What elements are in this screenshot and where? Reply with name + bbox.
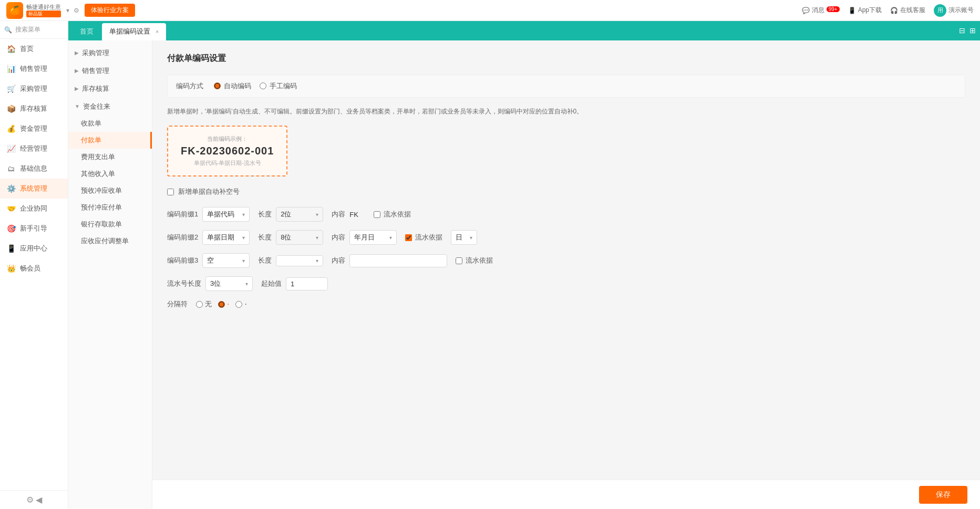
- serial2-label[interactable]: 流水依据: [415, 233, 442, 242]
- start-value-field: 起始值: [261, 277, 328, 290]
- nav-item-bank[interactable]: 银行存取款单: [68, 216, 152, 233]
- sidebar-item-inventory[interactable]: 📦 库存核算: [0, 99, 68, 119]
- manual-code-radio[interactable]: 手工编码: [260, 81, 297, 91]
- solution-button[interactable]: 体验行业方案: [85, 4, 135, 17]
- auto-fill-checkbox[interactable]: [167, 189, 174, 195]
- nav-item-other-income[interactable]: 其他收入单: [68, 165, 152, 182]
- content1-value: FK: [349, 211, 365, 219]
- content3-input[interactable]: [349, 254, 447, 267]
- nav-header-inventory[interactable]: ▶ 库存核算: [68, 80, 152, 97]
- sidebar-item-home[interactable]: 🏠 首页: [0, 39, 68, 59]
- auto-fill-label[interactable]: 新增单据自动补空号: [178, 187, 240, 196]
- sep-dot-option[interactable]: ·: [218, 299, 229, 309]
- collapse-icon[interactable]: ◀: [36, 495, 42, 505]
- prefix-row-1: 编码前缀1 单据代码 ▾ 长度 2位 ▾: [167, 207, 965, 222]
- length1-field: 长度 2位 ▾: [258, 207, 323, 222]
- prefix2-select[interactable]: 单据日期 ▾: [202, 230, 250, 245]
- tab-expand-icon[interactable]: ⊞: [969, 26, 976, 35]
- tab-close-icon[interactable]: ×: [156, 28, 159, 35]
- nav-header-sales[interactable]: ▶ 销售管理: [68, 63, 152, 79]
- auto-code-radio[interactable]: 自动编码: [214, 81, 251, 91]
- content1-field: 内容 FK: [332, 210, 365, 219]
- serial3-label[interactable]: 流水依据: [466, 256, 493, 265]
- nav-header-purchase[interactable]: ▶ 采购管理: [68, 45, 152, 61]
- prefix1-select[interactable]: 单据代码 ▾: [202, 207, 250, 222]
- sidebar-item-enterprise[interactable]: 🤝 企业协同: [0, 199, 68, 219]
- serial1-checkbox[interactable]: [374, 211, 380, 218]
- chevron-right-icon: ▶: [75, 50, 79, 56]
- separator-options: 无 · ·: [196, 299, 247, 309]
- nav-item-receipt[interactable]: 收款单: [68, 115, 152, 132]
- content2-field: 内容 年月日 ▾: [332, 230, 397, 245]
- sep-dash-option[interactable]: ·: [235, 299, 246, 309]
- search-icon: 🔍: [4, 26, 12, 34]
- serial-length-select[interactable]: 3位 ▾: [205, 276, 253, 291]
- sep-none-option[interactable]: 无: [196, 299, 212, 309]
- user-action[interactable]: 用 演示账号: [934, 4, 974, 17]
- content2-arrow-icon: ▾: [389, 235, 392, 241]
- topbar-right: 💬 消息 99+ 📱 App下载 🎧 在线客服 用 演示账号: [802, 4, 974, 17]
- preview-code: FK-20230602-001: [181, 145, 274, 157]
- start-value-input[interactable]: [286, 277, 328, 290]
- nav-item-payment[interactable]: 付款单: [68, 132, 152, 149]
- coding-method-section: 编码方式 自动编码 手工编码: [167, 75, 965, 98]
- serial2-checkbox[interactable]: [405, 234, 412, 241]
- prefix-row-3: 编码前缀3 空 ▾ 长度 ▾: [167, 253, 965, 268]
- prefix2-field: 编码前缀2 单据日期 ▾: [167, 230, 250, 245]
- nav-group-sales: ▶ 销售管理: [68, 63, 152, 79]
- main-layout: 🔍 搜索菜单 🏠 首页 📊 销售管理 🛒 采购管理 📦 库存核算 💰 资金管理 …: [0, 21, 980, 509]
- sidebar-item-operation[interactable]: 📈 经营管理: [0, 139, 68, 159]
- save-button[interactable]: 保存: [919, 486, 967, 504]
- auto-fill-row: 新增单据自动补空号: [167, 187, 965, 196]
- inner-layout: ▶ 采购管理 ▶ 销售管理 ▶ 库存核算: [68, 40, 980, 510]
- nav-item-pre-receivable[interactable]: 预收冲应收单: [68, 182, 152, 199]
- tab-home[interactable]: 首页: [73, 23, 101, 40]
- nav-group-cashflow: ▼ 资金往来 收款单 付款单 费用支出单 其他收入单: [68, 98, 152, 250]
- serial1-check: 流水依据: [374, 210, 411, 219]
- nav-header-cashflow[interactable]: ▼ 资金往来: [68, 98, 152, 115]
- message-action[interactable]: 💬 消息 99+: [802, 6, 840, 15]
- preview-label: 当前编码示例：: [207, 135, 247, 143]
- length3-select[interactable]: ▾: [276, 255, 323, 266]
- home-icon: 🏠: [6, 44, 16, 54]
- sidebar-item-apps[interactable]: 📱 应用中心: [0, 238, 68, 258]
- user-avatar: 用: [934, 4, 946, 17]
- nav-item-expense[interactable]: 费用支出单: [68, 149, 152, 165]
- tab-bar: 首页 单据编码设置 × ⊟ ⊞: [68, 21, 980, 40]
- day-select[interactable]: 日 ▾: [451, 230, 477, 245]
- serial3-checkbox[interactable]: [456, 257, 462, 264]
- separator-row: 分隔符 无 · ·: [167, 299, 965, 309]
- sidebar-item-basic[interactable]: 🗂 基础信息: [0, 159, 68, 179]
- sidebar-item-system[interactable]: ⚙️ 系统管理: [0, 179, 68, 199]
- sidebar-item-finance[interactable]: 💰 资金管理: [0, 119, 68, 139]
- sidebar-item-sales[interactable]: 📊 销售管理: [0, 59, 68, 79]
- bottom-bar: 保存: [152, 480, 980, 509]
- nav-item-adjustment[interactable]: 应收应付调整单: [68, 233, 152, 250]
- prefix3-select[interactable]: 空 ▾: [202, 253, 250, 268]
- basic-icon: 🗂: [6, 164, 16, 173]
- sidebar-item-purchase[interactable]: 🛒 采购管理: [0, 79, 68, 99]
- prefix2-arrow-icon: ▾: [242, 235, 245, 241]
- tab-current[interactable]: 单据编码设置 ×: [102, 23, 166, 40]
- app-download-action[interactable]: 📱 App下载: [848, 6, 882, 15]
- nav-item-pre-payable[interactable]: 预付冲应付单: [68, 199, 152, 216]
- serial1-label[interactable]: 流水依据: [384, 210, 411, 219]
- content2-select[interactable]: 年月日 ▾: [349, 230, 397, 245]
- settings-icon[interactable]: ⚙: [26, 495, 34, 505]
- separator-label: 分隔符: [167, 299, 188, 309]
- nav-group-purchase: ▶ 采购管理: [68, 45, 152, 61]
- length1-arrow-icon: ▾: [316, 212, 318, 217]
- online-service-action[interactable]: 🎧 在线客服: [890, 6, 925, 15]
- length1-select: 2位 ▾: [276, 207, 323, 222]
- content1-label: 内容: [332, 210, 345, 219]
- system-icon: ⚙️: [6, 184, 16, 193]
- sidebar-item-member[interactable]: 👑 畅会员: [0, 258, 68, 278]
- brand-text: 畅捷通好生意 标品版: [26, 3, 61, 18]
- tab-minimize-icon[interactable]: ⊟: [959, 26, 965, 35]
- finance-icon: 💰: [6, 124, 16, 133]
- serial-length-row: 流水号长度 3位 ▾ 起始值: [167, 276, 965, 291]
- search-menu[interactable]: 🔍 搜索菜单: [0, 21, 68, 39]
- prefix3-label: 编码前缀3: [167, 256, 198, 265]
- sidebar-item-guide[interactable]: 🎯 新手引导: [0, 219, 68, 238]
- chevron-down-icon: ▼: [75, 103, 80, 109]
